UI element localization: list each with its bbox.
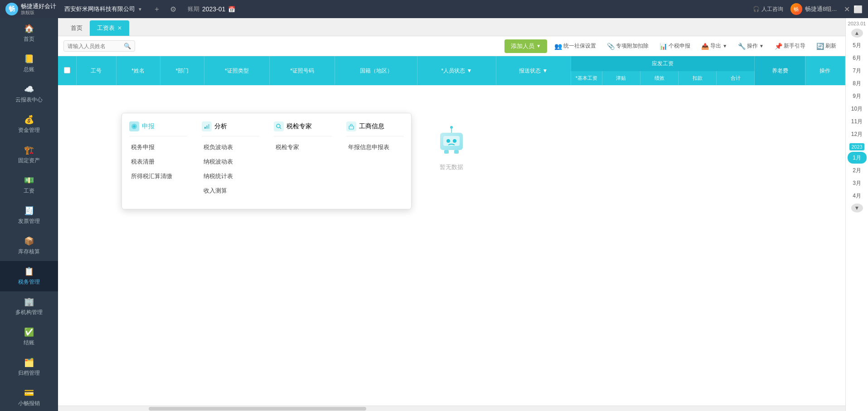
content-area: 首页 工资表 ✕ 🔍 添加人员 ▼ 👥 统一社保设置 📎 (58, 18, 845, 411)
special-deduct-action[interactable]: 📎 专项附加扣除 (603, 40, 652, 52)
social-insurance-action[interactable]: 👥 统一社保设置 (551, 40, 600, 52)
search-icon[interactable]: 🔍 (124, 43, 131, 49)
tab-home[interactable]: 首页 (63, 20, 90, 36)
cal-month-4[interactable]: 4月 (848, 190, 867, 202)
cal-month-2[interactable]: 2月 (848, 164, 867, 176)
support-button[interactable]: 🎧 人工咨询 (753, 5, 783, 13)
sidebar-item-archive[interactable]: 🗂️ 归档管理 (0, 352, 58, 382)
window-maximize-btn[interactable]: ⬜ (853, 5, 863, 14)
horizontal-scrollbar[interactable] (58, 406, 845, 411)
sidebar-item-checkout[interactable]: ✅ 结账 (0, 322, 58, 352)
sidebar-item-cloud-report[interactable]: ☁️ 云报表中心 (0, 79, 58, 109)
tab-close-salary[interactable]: ✕ (117, 25, 122, 31)
svg-rect-9 (204, 127, 206, 129)
cal-month-11[interactable]: 11月 (848, 116, 867, 127)
calendar-year-badge[interactable]: 2023 (849, 143, 864, 150)
sidebar-item-multi-org[interactable]: 🏢 多机构管理 (0, 291, 58, 322)
dropdown-item-tax-expert[interactable]: 税检专家 (274, 140, 332, 155)
tab-bar: 首页 工资表 ✕ (58, 18, 845, 36)
svg-rect-7 (454, 150, 459, 154)
cal-month-5[interactable]: 5月 (848, 39, 867, 51)
calendar-nav-up[interactable]: ▲ (851, 29, 863, 38)
cal-month-3[interactable]: 3月 (848, 177, 867, 189)
inventory-icon: 📦 (24, 236, 34, 246)
dropdown-col-title-analysis: 分析 (202, 119, 260, 136)
dropdown-col-title-declaration: 申报 (129, 119, 187, 136)
cal-month-10[interactable]: 10月 (848, 103, 867, 115)
th-id-no: *证照号码 (269, 56, 335, 85)
dropdown-item-income-calc[interactable]: 收入测算 (202, 184, 260, 198)
th-checkbox[interactable] (58, 56, 76, 85)
ledger-icon: 📒 (24, 54, 34, 64)
dropdown-col-business-info: 工商信息 年报信息申报表 (339, 119, 412, 203)
dropdown-menu: 申报 税务申报 税表清册 所得税汇算清缴 分析 (121, 113, 412, 209)
dropdown-item-tax-payment[interactable]: 纳税波动表 (202, 155, 260, 169)
dropdown-item-tax-stats[interactable]: 纳税统计表 (202, 169, 260, 184)
guide-action[interactable]: 📌 新手引导 (771, 40, 809, 52)
dropdown-item-tax-burden[interactable]: 税负波动表 (202, 140, 260, 155)
user-info[interactable]: 畅 畅捷通8组... (790, 3, 837, 15)
calendar-nav-down[interactable]: ▼ (851, 203, 863, 213)
app-logo-text: 畅捷通好会计 旗舰版 (21, 3, 56, 15)
dropdown-item-income-settle[interactable]: 所得税汇算清缴 (129, 169, 187, 184)
guide-nav-icon: 📌 (775, 43, 782, 50)
add-company-btn[interactable]: ＋ (151, 4, 162, 15)
cal-month-6[interactable]: 6月 (848, 52, 867, 64)
company-selector[interactable]: 西安虾米网络科技有限公司 ▼ (64, 5, 142, 13)
logo-area: 畅 畅捷通好会计 旗舰版 (5, 3, 60, 15)
salary-icon: 💵 (24, 175, 34, 185)
th-report-status[interactable]: 报送状态 ▼ (496, 56, 571, 85)
refresh-icon: 🔄 (816, 43, 824, 50)
cal-month-1[interactable]: 1月 (848, 152, 867, 164)
period-calendar-icon[interactable]: 📅 (228, 6, 235, 13)
fund-icon: 💰 (24, 115, 34, 125)
svg-rect-11 (208, 124, 209, 129)
sidebar-item-tax[interactable]: 📋 税务管理 (0, 261, 58, 291)
special-deduct-icon: 📎 (607, 43, 615, 50)
tax-report-icon: 📊 (659, 43, 667, 50)
th-deduct: 扣款 (679, 71, 717, 85)
dropdown-item-tax-declare[interactable]: 税务申报 (129, 140, 187, 155)
sidebar-item-ledger[interactable]: 📒 总账 (0, 48, 58, 79)
th-operation: 操作 (805, 56, 845, 85)
window-controls: ✕ ⬜ (844, 5, 863, 14)
search-input[interactable] (68, 43, 122, 49)
sidebar-item-fund[interactable]: 💰 资金管理 (0, 109, 58, 140)
cal-month-12[interactable]: 12月 (848, 128, 867, 140)
tax-expert-icon (274, 121, 284, 131)
archive-icon: 🗂️ (24, 358, 34, 367)
export-action[interactable]: 📤 导出 ▼ (698, 40, 731, 52)
cal-month-7[interactable]: 7月 (848, 65, 867, 77)
th-social-insurance: 养老费 (755, 56, 805, 85)
window-close-btn[interactable]: ✕ (844, 5, 850, 14)
add-person-dropdown-icon: ▼ (536, 44, 541, 48)
dropdown-item-tax-form[interactable]: 税表清册 (129, 155, 187, 169)
settings-icon[interactable]: ⚙ (168, 4, 179, 15)
th-status[interactable]: *人员状态 ▼ (417, 56, 496, 85)
sidebar-item-home[interactable]: 🏠 首页 (0, 18, 58, 48)
svg-rect-10 (206, 126, 208, 129)
table-header-row1: 工号 *姓名 *部门 *证照类型 *证照号码 国籍（地区） *人员状态 ▼ 报送… (58, 56, 845, 71)
cal-month-8[interactable]: 8月 (848, 77, 867, 89)
th-name: *姓名 (116, 56, 160, 85)
svg-point-12 (276, 124, 280, 128)
sidebar-item-marketing[interactable]: 💳 小畅报销 (0, 382, 58, 411)
operation-action[interactable]: 🔧 操作 ▼ (734, 40, 767, 52)
sidebar-item-salary[interactable]: 💵 工资 (0, 170, 58, 200)
dropdown-item-annual-report[interactable]: 年报信息申报表 (346, 140, 404, 155)
sidebar-item-fixed-asset[interactable]: 🏗️ 固定资产 (0, 140, 58, 170)
svg-rect-6 (444, 150, 449, 154)
sidebar-item-invoice[interactable]: 🧾 发票管理 (0, 200, 58, 231)
add-person-button[interactable]: 添加人员 ▼ (504, 39, 547, 53)
tax-report-action[interactable]: 📊 个税申报 (656, 40, 694, 52)
business-info-icon (346, 121, 356, 131)
refresh-action[interactable]: 🔄 刷新 (813, 40, 840, 52)
search-box: 🔍 (63, 40, 135, 52)
cal-month-9[interactable]: 9月 (848, 90, 867, 102)
sidebar-item-inventory[interactable]: 📦 库存核算 (0, 231, 58, 261)
home-icon: 🏠 (24, 24, 34, 34)
tab-salary[interactable]: 工资表 ✕ (90, 20, 129, 36)
select-all-checkbox[interactable] (64, 67, 70, 73)
operation-icon: 🔧 (738, 43, 746, 50)
scrollbar-thumb[interactable] (149, 407, 366, 411)
